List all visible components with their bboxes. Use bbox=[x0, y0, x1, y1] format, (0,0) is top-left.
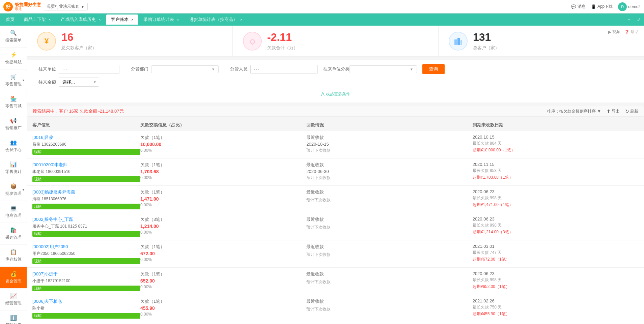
collapse-row[interactable]: ⋀ 收起更多条件 bbox=[32, 90, 639, 98]
ecommerce-icon: 💻 bbox=[10, 205, 17, 211]
debt-amount-5[interactable]: 652.00 bbox=[140, 278, 306, 284]
appdown-btn[interactable]: 📱 App下载 bbox=[591, 4, 613, 9]
tab-product-list-label: 商品上下架 bbox=[24, 17, 46, 23]
tab-purchase-order-label: 采购订单统计表 bbox=[143, 17, 174, 23]
tab-product-history-close[interactable]: × bbox=[99, 18, 101, 22]
query-button[interactable]: 查询 bbox=[422, 64, 445, 74]
stats-bar: ¥ 16 总欠款客户（家） ◇ -2.11 欠款合计（万） bbox=[27, 26, 644, 57]
payback-info-1: 最近收款 2020-06-30 预计下次收款 bbox=[306, 162, 472, 181]
filter-source-unit: 往来单位 ··· bbox=[32, 65, 119, 74]
overdue-info-2: 2020.06.23 最长欠款 998 天 超期¥1,471.00（1笔） bbox=[473, 189, 639, 208]
sidebar-item-basic-info[interactable]: ℹ️ 基础信息 bbox=[0, 311, 27, 324]
col-payback-info: 回款情况 bbox=[306, 122, 472, 128]
sidebar-item-retail-store[interactable]: 🏪 零售商城 bbox=[0, 91, 27, 113]
overdue-amount-4[interactable]: 超期¥672.00（1笔） bbox=[473, 257, 639, 262]
sidebar-item-quick-nav[interactable]: ⚡ 快捷导航 bbox=[0, 48, 27, 69]
customer-tag-1: 现销 bbox=[32, 176, 140, 182]
sidebar-item-purchase[interactable]: 🛍️ 采购管理 bbox=[0, 223, 27, 245]
result-customer-count: 16家 bbox=[69, 109, 78, 114]
message-btn[interactable]: 💬 消息 bbox=[571, 4, 586, 9]
tab-import-stats[interactable]: 进货单统计表（按商品） × bbox=[185, 14, 247, 25]
tab-import-stats-close[interactable]: × bbox=[240, 18, 242, 22]
maximize-btn[interactable]: ⤢ bbox=[636, 16, 642, 23]
payback-next-5: 预计下次收款 bbox=[306, 279, 472, 285]
debt-amount-0[interactable]: 10,000.00 bbox=[140, 142, 306, 147]
customer-tag-0: 现销 bbox=[32, 149, 140, 155]
sidebar-marketing-label: 营销推广 bbox=[5, 125, 22, 131]
customer-name-3[interactable]: [0002]服务中心_丁磊 bbox=[32, 216, 140, 223]
debt-amount-1[interactable]: 1,703.68 bbox=[140, 169, 306, 174]
export-btn[interactable]: ⬆ 导出 bbox=[607, 109, 620, 114]
result-actions: 排序：按欠款金额倒序排序 ▼ ⬆ 导出 ↻ 刷新 bbox=[547, 109, 638, 114]
unit-type-input[interactable]: ▼ bbox=[349, 65, 417, 73]
customer-name-4[interactable]: [000002]用户2050 bbox=[32, 244, 140, 250]
unit-type-label: 往来单位分类 bbox=[323, 66, 347, 72]
debt-info-6: 欠款（1笔） 455.90 0.00% bbox=[140, 298, 306, 317]
user-area[interactable]: D demo2 bbox=[618, 2, 641, 11]
refresh-btn[interactable]: ↻ 刷新 bbox=[625, 109, 638, 114]
payback-last-0: 最近收款 bbox=[306, 135, 472, 141]
customer-name-6[interactable]: [0006]去下粮仓 bbox=[32, 298, 140, 304]
tab-home[interactable]: 首页 bbox=[2, 14, 19, 25]
overdue-amount-5[interactable]: 超期¥652.00（1笔） bbox=[473, 284, 639, 290]
company-selector[interactable]: 母婴行业演示账套 ▼ bbox=[44, 3, 88, 10]
debt-amount-6[interactable]: 455.90 bbox=[140, 305, 306, 311]
sort-btn[interactable]: 排序：按欠款金额倒序排序 ▼ bbox=[547, 109, 601, 114]
minimize-btn[interactable]: － bbox=[625, 16, 633, 23]
person-input[interactable]: ··· bbox=[250, 65, 318, 74]
tab-product-list-close[interactable]: × bbox=[49, 18, 51, 22]
overdue-days-5: 最长欠款 998 天 bbox=[473, 277, 639, 283]
customer-name-5[interactable]: [0007]小进干 bbox=[32, 271, 140, 277]
overdue-amount-3[interactable]: 超期¥1,214.00（3笔） bbox=[473, 229, 639, 235]
overdue-amount-0[interactable]: 超期¥10,000.00（1笔） bbox=[473, 147, 639, 153]
search-icon: 🔍 bbox=[10, 30, 17, 36]
export-label: 导出 bbox=[612, 109, 620, 114]
overdue-date-0: 2020.10.15 bbox=[473, 135, 639, 140]
sidebar-item-members[interactable]: 👥 会员中心 bbox=[0, 135, 27, 157]
tab-product-list[interactable]: 商品上下架 × bbox=[19, 14, 55, 25]
dept-input[interactable]: ▼ bbox=[151, 65, 219, 73]
balance-select[interactable]: 选择... 全部 有余额 无余额 bbox=[59, 78, 99, 87]
debt-amount-4[interactable]: 672.00 bbox=[140, 251, 306, 256]
sidebar-search-label: 搜索菜单 bbox=[5, 37, 22, 43]
sidebar-item-business[interactable]: 📈 经营管理 bbox=[0, 289, 27, 311]
debt-count-6: 欠款（1笔） bbox=[140, 298, 306, 304]
sidebar-item-retail-stats[interactable]: 📊 零售统计 bbox=[0, 157, 27, 179]
overdue-amount-2[interactable]: 超期¥1,471.00（1笔） bbox=[473, 202, 639, 208]
overdue-amount-6[interactable]: 超期¥455.90（1笔） bbox=[473, 311, 639, 317]
debt-percent-3: 0.00% bbox=[140, 230, 306, 235]
customer-name-2[interactable]: [0003]畅捷服务尹海燕 bbox=[32, 189, 140, 195]
person-label: 分管人员 bbox=[224, 66, 248, 72]
help-link[interactable]: ❓ 帮助 bbox=[624, 29, 639, 35]
payback-info-0: 最近收款 2020-10-15 预计下次收款 bbox=[306, 135, 472, 153]
tab-purchase-order[interactable]: 采购订单统计表 × bbox=[139, 14, 184, 25]
filter-row-1: 往来单位 ··· 分管部门 ▼ 分管人员 · bbox=[32, 64, 639, 74]
tab-customer-account[interactable]: 客户账本 × bbox=[106, 14, 138, 25]
customer-name-0[interactable]: [0016]吕俊 bbox=[32, 135, 140, 141]
sidebar-item-marketing[interactable]: 📢 营销推广 bbox=[0, 113, 27, 135]
sidebar-item-ecommerce[interactable]: 💻 电商管理 bbox=[0, 201, 27, 223]
dept-arrow: ▼ bbox=[212, 67, 215, 71]
sidebar-item-finance[interactable]: 💰 资金管理 bbox=[0, 267, 27, 289]
customer-info-2: [0003]畅捷服务尹海燕 海燕 18513066976 现销 bbox=[32, 189, 140, 209]
debt-amount-2[interactable]: 1,471.00 bbox=[140, 196, 306, 202]
tab-product-history[interactable]: 产成品入库单历史 × bbox=[56, 14, 105, 25]
logo-icon: 好 bbox=[3, 2, 13, 11]
sidebar-item-inventory[interactable]: 📋 库存核算 bbox=[0, 245, 27, 267]
debt-count-1: 欠款（1笔） bbox=[140, 162, 306, 168]
sidebar-retail-store-label: 零售商城 bbox=[5, 103, 22, 109]
sidebar-item-batch-mgmt[interactable]: 📦 批发管理 bbox=[0, 179, 27, 201]
source-unit-input[interactable]: ··· bbox=[59, 65, 119, 74]
debt-amount-3[interactable]: 1,214.00 bbox=[140, 224, 306, 229]
tab-purchase-order-close[interactable]: × bbox=[177, 18, 179, 22]
result-bar: 搜索结果中，客户 16家 欠款金额 -21,148.07元 排序：按欠款金额倒序… bbox=[27, 106, 644, 117]
sidebar-item-search[interactable]: 🔍 搜索菜单 bbox=[0, 26, 27, 48]
debt-percent-5: 0.00% bbox=[140, 285, 306, 289]
col-overdue-info: 到期未收款日期 bbox=[473, 122, 639, 128]
sidebar-item-retail-mgmt[interactable]: 🛒 零售管理 bbox=[0, 69, 27, 91]
overdue-amount-1[interactable]: 超期¥1,703.68（1笔） bbox=[473, 175, 639, 180]
stat-debt-total: ◇ -2.11 欠款合计（万） bbox=[233, 26, 439, 56]
customer-name-1[interactable]: [00010200]李老师 bbox=[32, 162, 140, 168]
tab-customer-account-close[interactable]: × bbox=[131, 18, 133, 22]
video-link[interactable]: ▶ 视频 bbox=[608, 29, 620, 35]
